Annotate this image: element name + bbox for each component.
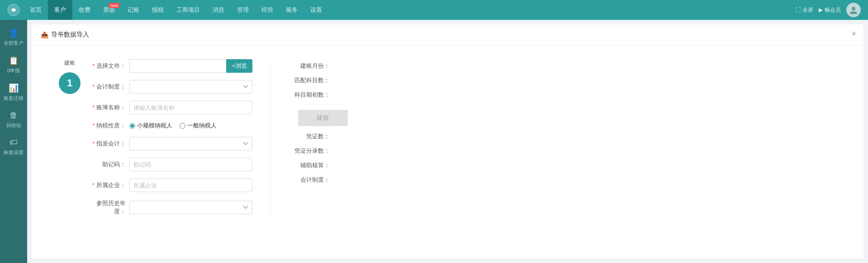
- auxiliary-accounting-label: 辅助核算：: [289, 161, 330, 169]
- svg-point-2: [852, 7, 855, 10]
- general-taxpayer-radio[interactable]: [180, 123, 185, 129]
- accounting-system-row: * 会计制度：: [90, 80, 252, 94]
- svg-point-1: [12, 9, 15, 11]
- voucher-count-label: 凭证数：: [289, 132, 330, 141]
- play-icon: ▶: [819, 7, 823, 13]
- small-taxpayer-option[interactable]: 小规模纳税人: [129, 122, 172, 130]
- nav-item-service[interactable]: 服务: [280, 0, 304, 20]
- nav-items: 首页 客户 收费 票据 new 记账 报税 工商项目 消息 管理 经营 服务 设…: [24, 0, 795, 20]
- accounting-system-label: * 会计制度：: [90, 83, 126, 91]
- memo-code-input[interactable]: [129, 158, 252, 171]
- nav-right: ⛶ 全屏 ▶ 畅会员: [795, 3, 861, 17]
- main-content: 📤 导爷数据导入 × 建账 1 * 选择文件：: [27, 20, 868, 263]
- assign-accountant-label: * 指派会计：: [90, 140, 126, 148]
- panel-header: 📤 导爷数据导入: [32, 24, 863, 46]
- ledger-icon: 📊: [9, 83, 19, 93]
- build-button[interactable]: 建账: [298, 110, 348, 126]
- form-right: 建账月份： 匹配科目数： 科目期初数： 建账 凭证数： 凭证分: [270, 59, 836, 216]
- new-badge: new: [109, 3, 119, 8]
- step-circle: 1: [59, 72, 81, 94]
- nav-item-message[interactable]: 消息: [206, 0, 231, 20]
- accounting-system-info-label: 会计制度：: [289, 176, 330, 184]
- general-taxpayer-option[interactable]: 一般纳税人: [180, 122, 217, 130]
- sidebar-item-declaration[interactable]: 📋 0申报: [0, 51, 27, 79]
- vip-button[interactable]: ▶ 畅会员: [819, 6, 841, 14]
- nav-item-home[interactable]: 首页: [24, 0, 48, 20]
- form-fields: * 选择文件： +浏览 * 会计制度：: [90, 59, 252, 216]
- nav-item-business[interactable]: 工商项目: [170, 0, 206, 20]
- declaration-icon: 📋: [9, 56, 19, 66]
- sidebar-item-recycle[interactable]: 🗑 回收站: [0, 106, 27, 133]
- company-row: * 所属企业：: [90, 178, 252, 192]
- small-taxpayer-radio[interactable]: [129, 123, 135, 129]
- select-file-row: * 选择文件： +浏览: [90, 59, 252, 73]
- file-input-wrap: +浏览: [129, 59, 252, 73]
- reference-year-label: 参照历史年度：: [90, 199, 126, 216]
- side-nav: 👤 全部客户 📋 0申报 📊 账套迁移 🗑 回收站 🏷 标签设置: [0, 20, 27, 263]
- file-input[interactable]: [129, 59, 226, 73]
- subject-initial-row: 科目期初数：: [289, 91, 836, 99]
- company-input[interactable]: [129, 178, 252, 192]
- match-subjects-row: 匹配科目数：: [289, 76, 836, 85]
- ledger-name-input[interactable]: [129, 101, 252, 114]
- ledger-name-row: * 账簿名称：: [90, 101, 252, 114]
- select-file-label: * 选择文件：: [90, 62, 126, 70]
- nav-item-manage[interactable]: 管理: [231, 0, 255, 20]
- avatar[interactable]: [846, 3, 861, 17]
- build-month-label: 建账月份：: [289, 62, 330, 70]
- assign-accountant-select[interactable]: [129, 137, 252, 150]
- nav-item-operation[interactable]: 经营: [255, 0, 280, 20]
- ledger-name-label: * 账簿名称：: [90, 103, 126, 112]
- import-icon: 📤: [41, 31, 48, 38]
- fullscreen-icon: ⛶: [795, 7, 801, 13]
- memo-code-row: 助记码：: [90, 158, 252, 171]
- tax-type-label: * 纳税性质：: [90, 122, 126, 130]
- nav-item-ledger[interactable]: 记账: [121, 0, 146, 20]
- sidebar-item-tag-settings[interactable]: 🏷 标签设置: [0, 133, 27, 160]
- nav-item-customer[interactable]: 客户: [48, 0, 72, 20]
- voucher-entries-label: 凭证分录数：: [289, 147, 330, 155]
- tax-type-radio-group: 小规模纳税人 一般纳税人: [129, 122, 217, 130]
- accounting-system-info-row: 会计制度：: [289, 176, 836, 184]
- tax-type-row: * 纳税性质： 小规模纳税人 一般纳税人: [90, 122, 252, 130]
- assign-accountant-row: * 指派会计：: [90, 137, 252, 150]
- nav-item-settings[interactable]: 设置: [304, 0, 328, 20]
- form-area: 建账 1 * 选择文件： +浏览: [32, 46, 863, 229]
- sidebar-item-ledger-migration[interactable]: 📊 账套迁移: [0, 79, 27, 106]
- match-subjects-label: 匹配科目数：: [289, 76, 330, 85]
- form-left: 建账 1 * 选择文件： +浏览: [59, 59, 252, 216]
- customers-icon: 👤: [9, 28, 19, 38]
- browse-button[interactable]: +浏览: [226, 59, 252, 73]
- voucher-count-row: 凭证数：: [289, 132, 836, 141]
- voucher-entries-row: 凭证分录数：: [289, 147, 836, 155]
- recycle-icon: 🗑: [9, 111, 18, 120]
- nav-item-invoice[interactable]: 票据 new: [97, 0, 121, 20]
- panel-title: 导爷数据导入: [51, 31, 89, 39]
- company-label: * 所属企业：: [90, 181, 126, 189]
- sidebar-item-all-customers[interactable]: 👤 全部客户: [0, 23, 27, 51]
- reference-year-row: 参照历史年度：: [90, 199, 252, 216]
- close-button[interactable]: ×: [851, 30, 856, 38]
- logo[interactable]: [4, 0, 24, 20]
- top-nav: 首页 客户 收费 票据 new 记账 报税 工商项目 消息 管理 经营 服务 设…: [0, 0, 868, 20]
- accounting-system-select[interactable]: [129, 80, 252, 94]
- nav-item-fee[interactable]: 收费: [72, 0, 97, 20]
- subject-initial-label: 科目期初数：: [289, 91, 330, 99]
- auxiliary-accounting-row: 辅助核算：: [289, 161, 836, 169]
- tag-icon: 🏷: [9, 138, 18, 147]
- nav-item-tax[interactable]: 报税: [146, 0, 170, 20]
- build-month-row: 建账月份：: [289, 62, 836, 70]
- memo-code-label: 助记码：: [90, 160, 126, 169]
- reference-year-select[interactable]: [129, 201, 252, 214]
- step-label: 建账: [64, 59, 75, 67]
- panel: 📤 导爷数据导入 × 建账 1 * 选择文件：: [32, 24, 863, 258]
- fullscreen-button[interactable]: ⛶ 全屏: [795, 6, 813, 14]
